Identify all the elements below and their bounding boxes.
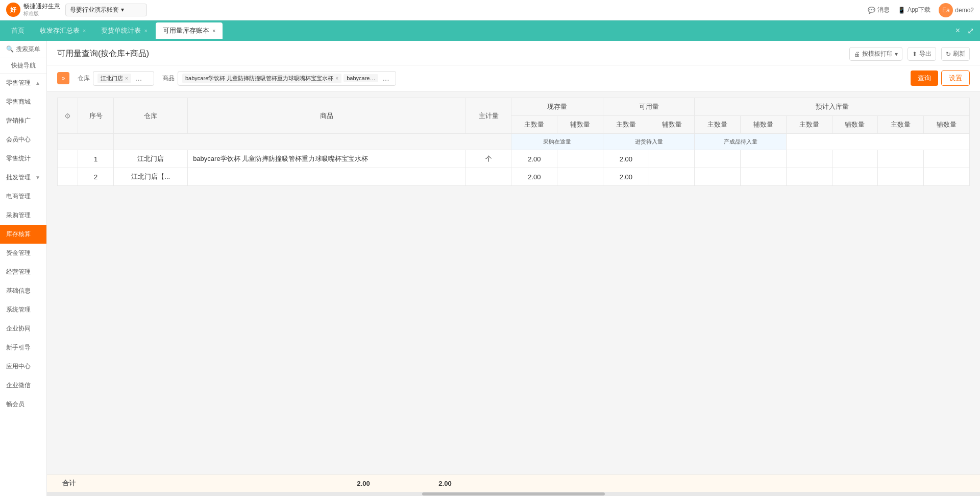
msg-action[interactable]: 💬 消息	[868, 6, 890, 14]
table-container: ⚙ 序号 仓库 商品 主计量 现存量 可用量 预计入库量 主数量 辅数量 主数量	[47, 91, 980, 474]
settings-btn[interactable]: 设置	[941, 70, 970, 86]
tab-close-all-icon[interactable]: ×	[953, 24, 962, 37]
logo-icon: 好	[6, 3, 20, 17]
query-btn[interactable]: 查询	[911, 70, 938, 86]
app-download-action[interactable]: 📱 App下载	[898, 6, 930, 14]
table-cell	[188, 168, 466, 186]
sidebar-finance-mgmt-label: 资金管理	[6, 249, 31, 257]
th-available-group: 可用量	[603, 98, 694, 116]
table-cell: 江北门店【...	[114, 168, 188, 186]
th-space	[114, 134, 511, 150]
app-icon: 📱	[898, 7, 905, 14]
sidebar-item-operations-mgmt[interactable]: 经营管理	[0, 263, 46, 281]
tab-available-inventory-label: 可用量库存账本	[163, 26, 209, 35]
sidebar-item-wholesale-mgmt[interactable]: 批发管理 ▼	[0, 168, 46, 187]
data-table: ⚙ 序号 仓库 商品 主计量 现存量 可用量 预计入库量 主数量 辅数量 主数量	[57, 98, 970, 186]
th-product: 商品	[188, 98, 466, 134]
content-area: 可用量查询(按仓库+商品) 🖨 按模板打印 ▾ ⬆ 导出 ↻ 刷新	[47, 41, 980, 496]
sidebar-item-basic-info[interactable]: 基础信息	[0, 281, 46, 300]
sidebar-item-retail-stats[interactable]: 零售统计	[0, 149, 46, 168]
sidebar-item-marketing[interactable]: 营销推广	[0, 111, 46, 130]
refresh-btn[interactable]: ↻ 刷新	[941, 47, 970, 61]
product-filter-group: 商品 babycare学饮杯 儿童防摔防撞吸管杯重力球吸嘴杯宝宝水杯 × bab…	[162, 71, 396, 86]
sidebar-purchase-mgmt-label: 采购管理	[6, 211, 31, 220]
gear-icon[interactable]: ⚙	[64, 112, 71, 120]
table-cell	[557, 168, 603, 186]
product-filter-input[interactable]: babycare学饮杯 儿童防摔防撞吸管杯重力球吸嘴杯宝宝水杯 × babyca…	[178, 71, 396, 86]
tab-collect[interactable]: 收发存汇总表 ×	[33, 22, 93, 39]
tab-order-stats-close[interactable]: ×	[144, 28, 147, 34]
table-cell: 2.00	[603, 150, 649, 168]
table-cell	[786, 150, 832, 168]
table-cell	[695, 168, 741, 186]
sidebar-operations-mgmt-label: 经营管理	[6, 268, 31, 276]
th-stock-aux: 辅数量	[557, 116, 603, 134]
product-tag-1-close[interactable]: ×	[335, 76, 338, 81]
sidebar-item-member-center[interactable]: 会员中心	[0, 130, 46, 149]
product-tag-2: babycare…	[344, 74, 378, 82]
sidebar-item-system-mgmt[interactable]: 系统管理	[0, 300, 46, 319]
sidebar-item-ecommerce-mgmt[interactable]: 电商管理	[0, 187, 46, 206]
warehouse-tag: 江北门店 ×	[97, 74, 131, 83]
tab-home[interactable]: 首页	[4, 22, 32, 39]
warehouse-tag-close[interactable]: ×	[125, 76, 128, 81]
tab-collect-close[interactable]: ×	[83, 28, 86, 34]
sidebar: 🔍 搜索菜单 快捷导航 零售管理 ▲ 零售商城 营销推广 会员中心 零售统计	[0, 41, 47, 496]
sidebar-item-finance-mgmt[interactable]: 资金管理	[0, 244, 46, 263]
logo-area: 好 畅捷通好生意 标准版	[6, 3, 60, 17]
logo-sub: 标准版	[23, 10, 60, 17]
sidebar-item-enterprise-wechat[interactable]: 企业微信	[0, 376, 46, 395]
export-btn[interactable]: ⬆ 导出	[908, 47, 936, 61]
sidebar-item-retail-mall[interactable]: 零售商城	[0, 92, 46, 111]
product-more-icon[interactable]: ...	[380, 74, 391, 83]
refresh-icon: ↻	[946, 51, 951, 58]
scroll-track[interactable]	[57, 492, 970, 495]
tab-available-inventory-close[interactable]: ×	[212, 28, 215, 34]
tab-expand-icon[interactable]: ⤢	[965, 24, 976, 38]
industry-selector[interactable]: 母婴行业演示账套 ▾	[65, 4, 147, 16]
table-cell	[649, 168, 695, 186]
footer-stock-main: 2.00	[343, 480, 384, 487]
table-body: 1江北门店babycare学饮杯 儿童防摔防撞吸管杯重力球吸嘴杯宝宝水杯个2.0…	[58, 150, 970, 186]
filter-toggle-btn[interactable]: »	[57, 72, 69, 84]
tab-order-stats[interactable]: 要货单统计表 ×	[94, 22, 154, 39]
sidebar-marketing-label: 营销推广	[6, 116, 31, 125]
avatar: Ea	[939, 3, 953, 17]
sidebar-item-member[interactable]: 畅会员	[0, 395, 46, 414]
th-incoming-main: 主数量	[786, 116, 832, 134]
table-cell	[878, 150, 924, 168]
sidebar-quick-nav[interactable]: 快捷导航	[0, 58, 46, 74]
logo-text-block: 畅捷通好生意 标准版	[23, 3, 60, 17]
sidebar-item-retail-mgmt[interactable]: 零售管理 ▲	[0, 74, 46, 92]
sidebar-search[interactable]: 🔍 搜索菜单	[0, 41, 46, 58]
scroll-thumb[interactable]	[422, 492, 605, 495]
top-bar-right: 💬 消息 📱 App下载 Ea demo2	[868, 3, 974, 17]
tab-available-inventory[interactable]: 可用量库存账本 ×	[156, 22, 223, 39]
tab-bar: 首页 收发存汇总表 × 要货单统计表 × 可用量库存账本 × × ⤢	[0, 20, 980, 41]
warehouse-more-icon[interactable]: ...	[133, 74, 144, 83]
th-purchase-group-label: 采购在途量	[511, 134, 603, 150]
sidebar-item-app-center[interactable]: 应用中心	[0, 357, 46, 376]
tab-collect-label: 收发存汇总表	[40, 26, 80, 35]
warehouse-filter-label: 仓库	[78, 74, 90, 83]
th-forecast-group: 预计入库量	[695, 98, 970, 116]
user-action[interactable]: Ea demo2	[939, 3, 974, 17]
warehouse-filter-input[interactable]: 江北门店 × ...	[93, 71, 154, 86]
print-btn[interactable]: 🖨 按模板打印 ▾	[849, 47, 902, 61]
th-produced-aux: 辅数量	[924, 116, 970, 134]
sidebar-item-inventory-check[interactable]: 库存核算	[0, 225, 46, 244]
sidebar-item-new-guide[interactable]: 新手引导	[0, 338, 46, 357]
sidebar-inventory-check-label: 库存核算	[6, 230, 31, 239]
sidebar-member-center-label: 会员中心	[6, 135, 31, 144]
sidebar-new-guide-label: 新手引导	[6, 343, 31, 352]
sidebar-item-purchase-mgmt[interactable]: 采购管理	[0, 206, 46, 225]
table-cell	[786, 168, 832, 186]
top-bar-left: 好 畅捷通好生意 标准版 母婴行业演示账套 ▾	[6, 3, 147, 17]
th-available-main: 主数量	[603, 116, 649, 134]
sidebar-item-enterprise-collab[interactable]: 企业协同	[0, 319, 46, 338]
table-cell: 2.00	[511, 150, 557, 168]
warehouse-filter-group: 仓库 江北门店 × ...	[78, 71, 154, 86]
sidebar-wholesale-mgmt-label: 批发管理	[6, 173, 31, 182]
filter-toggle-icon: »	[62, 75, 65, 82]
th-no: 序号	[78, 98, 114, 134]
